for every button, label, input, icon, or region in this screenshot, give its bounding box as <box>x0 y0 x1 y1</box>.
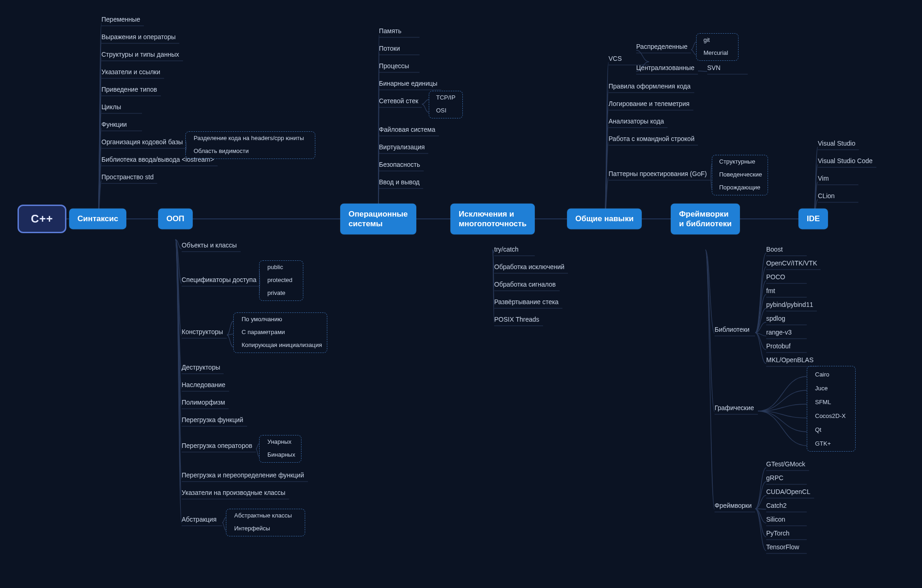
except-leaf: Развёртывание стека <box>494 298 562 309</box>
fw-framework-leaf: Catch2 <box>766 502 807 512</box>
fw-lib-leaf: POCO <box>766 273 807 284</box>
except-leaf: Обработка исключений <box>494 263 568 274</box>
os-leaf: Безопасность <box>379 161 424 171</box>
os-leaf: Бинарные единицы <box>379 80 441 90</box>
oop-over-sub: Унарных <box>264 436 295 447</box>
vcs-cent-sub: SVN <box>707 64 748 75</box>
mindmap-canvas: C++СинтаксисООПОперационныесистемыИсключ… <box>0 0 922 588</box>
fw-lib-leaf: Boost <box>766 246 807 256</box>
vcs-dist-sub: git <box>700 34 714 46</box>
syntax-leaf: Указатели и ссылки <box>101 68 164 79</box>
syntax-leaf: Пространство std <box>101 173 157 184</box>
except-leaf: Обработка сигналов <box>494 281 560 291</box>
os-leaf: Сетевой стек <box>379 97 422 108</box>
oop-access-sub: public <box>264 261 287 273</box>
os-leaf: Ввод и вывод <box>379 178 423 189</box>
gof-sub: Порождающие <box>715 182 764 193</box>
vcs-sub: Распределенные <box>636 43 691 53</box>
syntax-org-sub: Разделение кода на headers/cpp юниты <box>190 132 307 144</box>
except-leaf: try/catch <box>494 246 535 256</box>
os-net-sub: OSI <box>432 105 450 116</box>
except-leaf: POSIX Threads <box>494 316 543 326</box>
main-syntax: Синтаксис <box>69 208 126 229</box>
fw-graphics-leaf: SFML <box>811 396 835 408</box>
fw-lib-leaf: pybind/pybind11 <box>766 301 817 312</box>
oop-access-sub: protected <box>264 274 296 286</box>
fw-category: Библиотеки <box>715 326 755 336</box>
fw-framework-leaf: PyTorch <box>766 529 807 540</box>
main-oop: ООП <box>158 208 193 229</box>
oop-leaf: Перегрузка функций <box>182 416 247 427</box>
skills-leaf: Работа с командной строкой <box>609 135 698 146</box>
fw-category: Фреймворки <box>715 502 755 512</box>
main-fw: Фреймворкии библиотеки <box>671 204 740 235</box>
oop-leaf: Спецификаторы доступа <box>182 276 260 287</box>
vcs-sub: Централизованные <box>636 64 698 75</box>
syntax-leaf: Приведение типов <box>101 86 161 96</box>
skills-leaf: Логирование и телеметрия <box>609 100 693 111</box>
oop-abstr-sub: Абстрактные классы <box>230 510 296 521</box>
oop-leaf: Полиморфизм <box>182 399 229 409</box>
oop-access-sub: private <box>264 287 289 299</box>
os-leaf: Файловая система <box>379 126 439 136</box>
oop-ctor-sub: По умолчанию <box>238 313 286 325</box>
skills-leaf: Правила оформления кода <box>609 82 694 93</box>
fw-lib-leaf: range-v3 <box>766 329 807 339</box>
fw-graphics-leaf: Cairo <box>811 369 833 380</box>
oop-leaf: Абстракция <box>182 516 222 526</box>
ide-leaf: CLion <box>818 192 858 203</box>
syntax-leaf: Выражения и операторы <box>101 33 179 44</box>
syntax-leaf: Функции <box>101 121 142 131</box>
oop-leaf: Перегрузка операторов <box>182 442 256 453</box>
ide-leaf: Vim <box>818 175 858 185</box>
os-leaf: Виртуализация <box>379 143 428 154</box>
skills-leaf: Паттерны проектирования (GoF) <box>609 170 710 181</box>
os-net-sub: TCP/IP <box>432 92 459 103</box>
oop-leaf: Указатели на производные классы <box>182 489 289 500</box>
oop-leaf: Деструкторы <box>182 364 224 374</box>
main-os: Операционныесистемы <box>340 204 416 235</box>
fw-framework-leaf: TensorFlow <box>766 543 807 554</box>
syntax-org-sub: Область видимости <box>190 145 253 157</box>
oop-leaf: Наследование <box>182 381 229 392</box>
oop-ctor-sub: С параметрами <box>238 326 289 338</box>
oop-leaf: Объекты и классы <box>182 241 241 252</box>
fw-lib-leaf: Protobuf <box>766 342 807 353</box>
syntax-leaf: Организация кодовой базы <box>101 138 187 149</box>
oop-ctor-sub: Копирующая инициализация <box>238 339 325 351</box>
oop-abstr-sub: Интерфейсы <box>230 523 274 534</box>
ide-leaf: Visual Studio Code <box>818 157 876 168</box>
syntax-leaf: Структуры и типы данных <box>101 51 183 61</box>
oop-leaf: Конструкторы <box>182 328 227 339</box>
os-leaf: Память <box>379 27 420 38</box>
oop-leaf: Перегрузка и переопределение функций <box>182 471 308 482</box>
os-leaf: Потоки <box>379 45 420 55</box>
fw-framework-leaf: Silicon <box>766 516 807 526</box>
fw-graphics-leaf: GTK+ <box>811 438 834 449</box>
skills-leaf: Анализаторы кода <box>609 118 668 128</box>
root-node: C++ <box>18 205 66 233</box>
fw-framework-leaf: gRPC <box>766 474 807 485</box>
gof-sub: Поведенческие <box>715 169 766 180</box>
fw-graphics-leaf: Cocos2D-X <box>811 410 849 422</box>
fw-category: Графические <box>715 404 758 415</box>
fw-lib-leaf: fmt <box>766 287 807 298</box>
fw-framework-leaf: CUDA/OpenCL <box>766 488 814 499</box>
main-skills: Общие навыки <box>567 208 642 229</box>
syntax-leaf: Циклы <box>101 103 142 114</box>
oop-over-sub: Бинарных <box>264 449 299 460</box>
main-ide: IDE <box>798 208 828 229</box>
fw-lib-leaf: spdlog <box>766 315 807 325</box>
fw-framework-leaf: GTest/GMock <box>766 460 809 471</box>
os-leaf: Процессы <box>379 62 420 73</box>
ide-leaf: Visual Studio <box>818 140 859 150</box>
fw-lib-leaf: MKL/OpenBLAS <box>766 356 817 367</box>
fw-graphics-leaf: Qt <box>811 424 825 435</box>
fw-graphics-leaf: Juce <box>811 382 831 394</box>
vcs-dist-sub: Mercurial <box>700 47 732 59</box>
gof-sub: Структурные <box>715 156 759 167</box>
main-except: Исключения имногопоточность <box>450 204 535 235</box>
fw-lib-leaf: OpenCV/ITK/VTK <box>766 259 821 270</box>
syntax-leaf: Переменные <box>101 16 144 26</box>
